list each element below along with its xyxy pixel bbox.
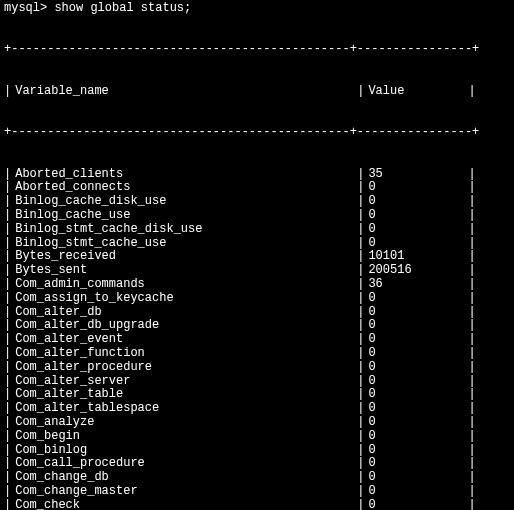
table-row: |Com_alter_event|0| xyxy=(0,333,514,347)
table-pipe: | xyxy=(468,264,475,278)
table-pipe: | xyxy=(357,375,364,389)
cell-value: 0 xyxy=(364,485,468,499)
table-pipe: | xyxy=(357,416,364,430)
table-pipe: | xyxy=(468,361,475,375)
cell-variable-name: Com_assign_to_keycache xyxy=(11,292,357,306)
table-row: |Com_analyze|0| xyxy=(0,416,514,430)
table-row: |Com_call_procedure|0| xyxy=(0,457,514,471)
table-pipe: | xyxy=(357,250,364,264)
table-row: |Binlog_cache_use|0| xyxy=(0,209,514,223)
table-row: |Com_alter_db_upgrade|0| xyxy=(0,319,514,333)
table-pipe: | xyxy=(468,223,475,237)
table-pipe: | xyxy=(468,278,475,292)
cell-variable-name: Binlog_cache_use xyxy=(11,209,357,223)
header-value: Value xyxy=(364,85,468,99)
table-pipe: | xyxy=(4,264,11,278)
table-row: |Bytes_sent|200516| xyxy=(0,264,514,278)
table-pipe: | xyxy=(4,306,11,320)
table-row: |Com_alter_db|0| xyxy=(0,306,514,320)
table-pipe: | xyxy=(357,388,364,402)
cell-value: 0 xyxy=(364,195,468,209)
cell-variable-name: Binlog_cache_disk_use xyxy=(11,195,357,209)
table-pipe: | xyxy=(357,485,364,499)
cell-value: 0 xyxy=(364,457,468,471)
cell-value: 0 xyxy=(364,499,468,510)
table-pipe: | xyxy=(357,430,364,444)
table-pipe: | xyxy=(4,347,11,361)
cell-value: 0 xyxy=(364,319,468,333)
table-row: |Binlog_stmt_cache_disk_use|0| xyxy=(0,223,514,237)
cell-value: 0 xyxy=(364,471,468,485)
cell-variable-name: Com_change_master xyxy=(11,485,357,499)
table-row: |Com_change_db|0| xyxy=(0,471,514,485)
table-pipe: | xyxy=(468,306,475,320)
cell-value: 0 xyxy=(364,361,468,375)
cell-variable-name: Com_alter_db xyxy=(11,306,357,320)
table-row: |Com_assign_to_keycache|0| xyxy=(0,292,514,306)
table-pipe: | xyxy=(357,264,364,278)
cell-variable-name: Com_binlog xyxy=(11,444,357,458)
table-pipe: | xyxy=(468,347,475,361)
table-pipe: | xyxy=(468,499,475,510)
cell-variable-name: Com_begin xyxy=(11,430,357,444)
table-pipe: | xyxy=(4,388,11,402)
cell-value: 36 xyxy=(364,278,468,292)
cell-variable-name: Com_alter_procedure xyxy=(11,361,357,375)
table-pipe: | xyxy=(357,223,364,237)
table-pipe: | xyxy=(4,430,11,444)
table-row: |Com_admin_commands|36| xyxy=(0,278,514,292)
cell-variable-name: Com_check xyxy=(11,499,357,510)
table-pipe: | xyxy=(357,319,364,333)
cell-variable-name: Com_change_db xyxy=(11,471,357,485)
cell-value: 0 xyxy=(364,237,468,251)
table-pipe: | xyxy=(4,223,11,237)
table-pipe: | xyxy=(468,195,475,209)
mysql-prompt[interactable]: mysql> show global status; xyxy=(0,0,514,16)
table-pipe: | xyxy=(468,402,475,416)
cell-value: 35 xyxy=(364,168,468,182)
cell-variable-name: Binlog_stmt_cache_disk_use xyxy=(11,223,357,237)
table-border-mid: +---------------------------------------… xyxy=(0,126,514,140)
table-header-row: | Variable_name | Value | xyxy=(0,85,514,99)
table-pipe: | xyxy=(357,402,364,416)
cell-variable-name: Com_alter_server xyxy=(11,375,357,389)
table-pipe: | xyxy=(357,333,364,347)
table-row: |Binlog_stmt_cache_use|0| xyxy=(0,237,514,251)
cell-variable-name: Com_call_procedure xyxy=(11,457,357,471)
table-pipe: | xyxy=(468,168,475,182)
table-pipe: | xyxy=(357,361,364,375)
table-pipe: | xyxy=(357,471,364,485)
table-pipe: | xyxy=(4,457,11,471)
table-row: |Com_alter_server|0| xyxy=(0,375,514,389)
table-pipe: | xyxy=(4,375,11,389)
cell-variable-name: Com_analyze xyxy=(11,416,357,430)
cell-variable-name: Bytes_sent xyxy=(11,264,357,278)
table-pipe: | xyxy=(357,278,364,292)
table-pipe: | xyxy=(4,278,11,292)
table-pipe: | xyxy=(357,347,364,361)
table-pipe: | xyxy=(357,499,364,510)
table-row: |Com_begin|0| xyxy=(0,430,514,444)
table-pipe: | xyxy=(468,485,475,499)
cell-variable-name: Com_alter_tablespace xyxy=(11,402,357,416)
table-pipe: | xyxy=(4,499,11,510)
cell-variable-name: Com_alter_table xyxy=(11,388,357,402)
cell-value: 0 xyxy=(364,388,468,402)
table-row: |Binlog_cache_disk_use|0| xyxy=(0,195,514,209)
table-pipe: | xyxy=(468,85,475,99)
table-row: |Aborted_clients|35| xyxy=(0,168,514,182)
table-pipe: | xyxy=(4,292,11,306)
table-pipe: | xyxy=(4,333,11,347)
cell-variable-name: Com_alter_function xyxy=(11,347,357,361)
table-pipe: | xyxy=(4,361,11,375)
table-row: |Com_alter_table|0| xyxy=(0,388,514,402)
cell-variable-name: Com_admin_commands xyxy=(11,278,357,292)
cell-variable-name: Aborted_connects xyxy=(11,181,357,195)
table-pipe: | xyxy=(468,444,475,458)
table-pipe: | xyxy=(4,250,11,264)
result-table: +---------------------------------------… xyxy=(0,16,514,510)
table-pipe: | xyxy=(468,388,475,402)
table-row: |Com_binlog|0| xyxy=(0,444,514,458)
table-row: |Com_check|0| xyxy=(0,499,514,510)
table-pipe: | xyxy=(4,209,11,223)
